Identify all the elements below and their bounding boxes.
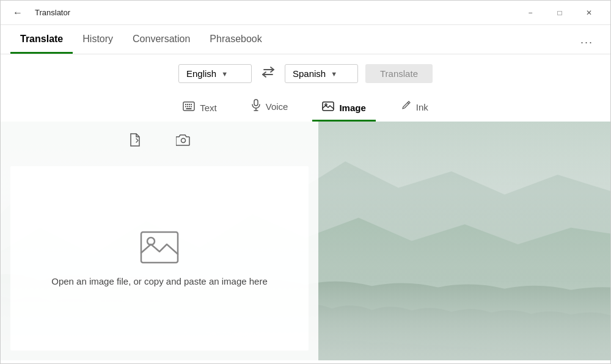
svg-rect-6 xyxy=(187,106,188,107)
text-tab-label: Text xyxy=(200,103,217,113)
image-panel: Open an image file, or copy and paste an… xyxy=(1,122,318,360)
window-controls: − □ ✕ xyxy=(516,3,603,23)
svg-rect-1 xyxy=(185,104,186,105)
title-bar: ← Translator − □ ✕ xyxy=(1,1,610,25)
open-file-tab[interactable] xyxy=(111,126,159,156)
swap-icon xyxy=(262,67,275,78)
nav-bar: Translate History Conversation Phraseboo… xyxy=(1,25,610,54)
tab-ink[interactable]: Ink xyxy=(390,95,438,122)
tab-phrasebook[interactable]: Phrasebook xyxy=(200,25,271,54)
source-language-selector[interactable]: English ▼ xyxy=(178,64,252,83)
svg-point-18 xyxy=(181,139,186,143)
image-tab-icon xyxy=(322,101,334,114)
svg-rect-2 xyxy=(187,104,188,105)
mode-tabs: Text Voice Image xyxy=(1,92,610,122)
svg-rect-8 xyxy=(191,106,192,107)
svg-rect-10 xyxy=(254,100,258,106)
target-language-chevron: ▼ xyxy=(331,70,337,78)
camera-icon xyxy=(176,134,191,146)
target-language-selector[interactable]: Spanish ▼ xyxy=(285,64,358,83)
target-language-label: Spanish xyxy=(293,68,326,79)
tab-translate[interactable]: Translate xyxy=(10,25,73,54)
ink-icon xyxy=(400,100,411,114)
main-content-area: Open an image file, or copy and paste an… xyxy=(1,122,610,360)
source-language-chevron: ▼ xyxy=(221,70,228,78)
more-options-button[interactable]: ··· xyxy=(573,31,601,54)
voice-tab-label: Voice xyxy=(266,101,288,112)
source-language-label: English xyxy=(186,68,216,79)
svg-rect-7 xyxy=(189,106,190,107)
microphone-icon xyxy=(251,99,261,114)
keyboard-icon xyxy=(183,101,195,114)
minimize-button[interactable]: − xyxy=(516,3,544,23)
language-selector-row: English ▼ Spanish ▼ Translate xyxy=(1,54,610,92)
panel-tabs xyxy=(1,122,318,156)
close-button[interactable]: ✕ xyxy=(575,3,603,23)
image-drop-zone[interactable]: Open an image file, or copy and paste an… xyxy=(10,166,309,351)
tab-voice[interactable]: Voice xyxy=(241,94,298,122)
camera-tab[interactable] xyxy=(159,126,208,156)
title-bar-left: ← Translator xyxy=(8,5,70,21)
swap-languages-button[interactable] xyxy=(259,64,277,83)
translate-button[interactable]: Translate xyxy=(365,64,433,83)
open-file-icon xyxy=(128,133,142,147)
ink-tab-label: Ink xyxy=(416,102,428,112)
app-title: Translator xyxy=(35,8,70,17)
tab-image[interactable]: Image xyxy=(312,96,375,122)
tab-text[interactable]: Text xyxy=(173,96,227,122)
svg-rect-5 xyxy=(185,106,186,107)
tab-history[interactable]: History xyxy=(73,25,123,54)
image-tab-label: Image xyxy=(339,103,365,113)
maximize-button[interactable]: □ xyxy=(546,3,574,23)
svg-rect-3 xyxy=(189,104,190,105)
tab-conversation[interactable]: Conversation xyxy=(123,25,200,54)
back-button[interactable]: ← xyxy=(8,5,27,21)
drop-zone-text: Open an image file, or copy and paste an… xyxy=(51,276,268,286)
svg-rect-4 xyxy=(191,104,192,105)
nav-tabs: Translate History Conversation Phraseboo… xyxy=(10,25,272,54)
image-placeholder-icon xyxy=(140,231,179,266)
svg-rect-9 xyxy=(186,108,192,109)
